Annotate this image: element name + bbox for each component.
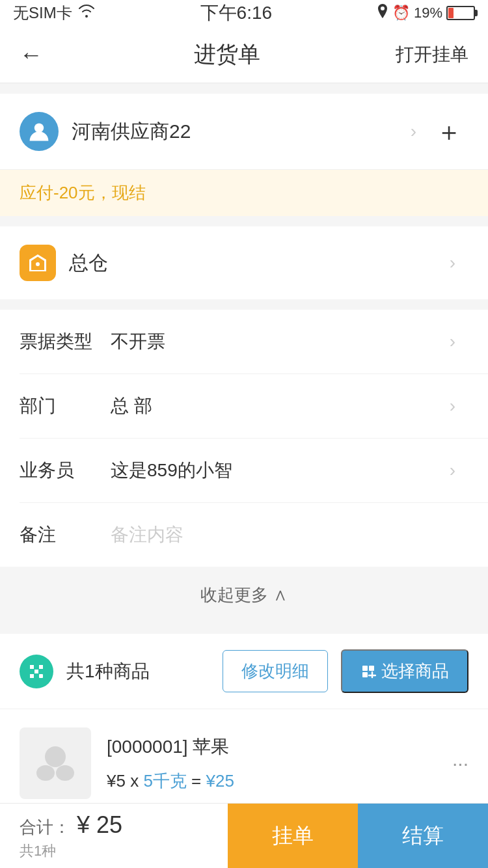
total-label: 合计： [20, 816, 70, 839]
select-product-label: 选择商品 [381, 660, 449, 683]
remark-row[interactable]: 备注 备注内容 [0, 503, 488, 567]
alarm-icon: ⏰ [392, 5, 410, 21]
notice-banner: 应付-20元，现结 [0, 170, 488, 216]
product-multiply-icon: x [130, 771, 139, 791]
product-count-icon [20, 655, 53, 688]
product-price: ¥5 x 5千克 = ¥25 [107, 770, 437, 793]
gap-2 [0, 216, 488, 226]
add-button[interactable]: ＋ [429, 114, 468, 150]
invoice-type-value: 不开票 [111, 329, 450, 354]
location-icon [377, 4, 388, 22]
product-code: [0000001] [107, 737, 188, 757]
salesperson-value: 这是859的小智 [111, 458, 450, 483]
wifi-icon [77, 4, 96, 22]
product-item: [0000001] 苹果 ¥5 x 5千克 = ¥25 ··· [0, 709, 488, 817]
supplier-name: 河南供应商22 [72, 118, 411, 145]
department-label: 部门 [20, 394, 111, 418]
product-unit-price: ¥5 [107, 771, 126, 791]
page-title: 进货单 [194, 40, 260, 70]
product-info: [0000001] 苹果 ¥5 x 5千克 = ¥25 [107, 735, 437, 793]
svg-point-7 [56, 765, 74, 781]
product-more-button[interactable]: ··· [452, 752, 468, 774]
product-name: [0000001] 苹果 [107, 735, 437, 759]
gap-1 [0, 83, 488, 94]
salesperson-row[interactable]: 业务员 这是859的小智 › [0, 439, 488, 502]
hang-button[interactable]: 挂单 [228, 804, 358, 868]
supplier-row[interactable]: 河南供应商22 › ＋ [0, 94, 488, 170]
carrier-text: 无SIM卡 [13, 3, 72, 23]
product-thumbnail [20, 727, 91, 799]
warehouse-row[interactable]: 总仓 › [0, 226, 488, 299]
product-total-price: ¥25 [206, 771, 234, 791]
svg-point-6 [36, 765, 55, 781]
footer: 合计： ¥ 25 共1种 挂单 结算 [0, 803, 488, 868]
form-section: 票据类型 不开票 › 部门 总 部 › 业务员 这是859的小智 › 备注 备注… [0, 310, 488, 567]
select-product-button[interactable]: 选择商品 [341, 649, 468, 693]
warehouse-name: 总仓 [69, 250, 450, 277]
remark-label: 备注 [20, 522, 111, 547]
back-button[interactable]: ← [20, 41, 59, 68]
svg-rect-3 [369, 666, 374, 671]
svg-point-0 [34, 123, 44, 132]
svg-rect-2 [362, 666, 368, 671]
collapse-text: 收起更多 ∧ [200, 584, 287, 606]
department-value: 总 部 [111, 394, 450, 418]
footer-total: 合计： ¥ 25 共1种 [0, 804, 228, 868]
status-left: 无SIM卡 [13, 3, 96, 23]
warehouse-icon-wrap [20, 245, 56, 281]
remark-value[interactable]: 备注内容 [111, 522, 468, 547]
svg-rect-4 [362, 672, 368, 677]
warehouse-section: 总仓 › [0, 226, 488, 299]
gap-3 [0, 299, 488, 310]
supplier-section: 河南供应商22 › ＋ 应付-20元，现结 [0, 94, 488, 216]
battery-icon [446, 6, 475, 20]
nav-bar: ← 进货单 打开挂单 [0, 26, 488, 83]
footer-count: 共1种 [20, 841, 208, 861]
invoice-type-chevron-icon: › [450, 331, 455, 352]
product-count-text: 共1种商品 [66, 659, 210, 684]
invoice-type-row[interactable]: 票据类型 不开票 › [0, 310, 488, 373]
salesperson-label: 业务员 [20, 458, 111, 483]
settle-button[interactable]: 结算 [358, 804, 488, 868]
product-title: 苹果 [193, 737, 229, 757]
product-equals-icon: = [191, 771, 201, 791]
svg-point-5 [45, 746, 66, 767]
supplier-avatar [20, 112, 59, 151]
status-time: 下午6:16 [200, 1, 273, 25]
gap-4 [0, 623, 488, 634]
supplier-chevron-icon: › [411, 121, 416, 142]
product-header: 共1种商品 修改明细 选择商品 [0, 634, 488, 709]
open-pending-button[interactable]: 打开挂单 [396, 42, 468, 67]
warehouse-chevron-icon: › [450, 252, 455, 273]
salesperson-chevron-icon: › [450, 460, 455, 481]
status-bar: 无SIM卡 下午6:16 ⏰ 19% [0, 0, 488, 26]
department-chevron-icon: › [450, 396, 455, 416]
footer-total-row: 合计： ¥ 25 [20, 811, 208, 839]
product-section: 共1种商品 修改明细 选择商品 [0000001] 苹果 [0, 634, 488, 817]
invoice-type-label: 票据类型 [20, 329, 111, 354]
battery-text: 19% [414, 5, 442, 21]
status-right: ⏰ 19% [377, 4, 475, 22]
product-quantity: 5千克 [143, 771, 186, 791]
department-row[interactable]: 部门 总 部 › [0, 374, 488, 438]
collapse-button[interactable]: 收起更多 ∧ [0, 567, 488, 623]
svg-rect-1 [39, 674, 43, 678]
total-amount: ¥ 25 [77, 811, 122, 839]
modify-detail-button[interactable]: 修改明细 [223, 650, 328, 692]
